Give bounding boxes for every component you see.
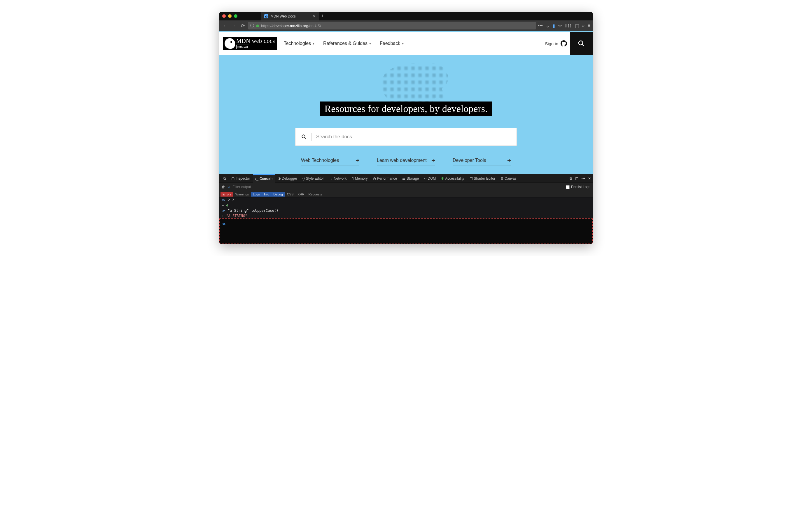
svg-point-3 <box>302 135 305 138</box>
maximize-window-button[interactable] <box>234 14 237 18</box>
persist-logs-toggle[interactable]: Persist Logs <box>566 185 590 189</box>
window-controls <box>222 14 237 18</box>
arrow-right-icon: ➔ <box>356 158 359 163</box>
devtools-tabs: ⧉ ▢Inspector›_Console◑Debugger{}Style Ed… <box>219 174 593 183</box>
devtools-tab-memory[interactable]: ▯Memory <box>349 174 370 183</box>
more-tools-icon[interactable]: ••• <box>581 176 585 181</box>
library-icon[interactable]: ⫿⫿⫿ <box>565 23 572 28</box>
output-arrow-icon: ← <box>222 214 224 218</box>
link-learn-web-dev[interactable]: Learn web development➔ <box>377 158 435 166</box>
link-web-technologies[interactable]: Web Technologies➔ <box>301 158 359 166</box>
filter-debug[interactable]: Debug <box>271 192 285 197</box>
site-header: MDN web docs moz://a Technologies▼ Refer… <box>219 32 593 55</box>
devtools-tab-dom[interactable]: ‹›DOM <box>422 174 438 183</box>
info-icon[interactable]: ⓘ <box>250 23 254 28</box>
tab-icon: ☰ <box>402 176 405 181</box>
reload-button[interactable]: ⟳ <box>239 23 246 29</box>
dock-icon[interactable]: ◫ <box>575 176 578 181</box>
logo-text-top: MDN web docs <box>236 38 275 44</box>
tab-icon: ⊞ <box>501 176 504 181</box>
console-input-line: ≫2+2 <box>219 198 593 203</box>
devtools-tab-console[interactable]: ›_Console <box>253 174 275 183</box>
main-nav: Technologies▼ References & Guides▼ Feedb… <box>284 41 404 46</box>
tab-icon: ◑ <box>278 176 280 181</box>
sidebar-icon[interactable]: ◫ <box>575 23 579 29</box>
console-filter-row: 🗑 ▽ Persist Logs <box>219 183 593 191</box>
tab-icon: ◔ <box>373 176 376 181</box>
console-output-line: ←4 <box>219 203 593 208</box>
console-input-line: ≫"a String".toUpperCase() <box>219 208 593 213</box>
filter-info[interactable]: Info <box>262 192 271 197</box>
toolbar-right-icons: ••• ⌄ ▮ ☆ ⫿⫿⫿ ◫ » ≡ <box>538 23 590 29</box>
responsive-mode-icon[interactable]: ⧉ <box>570 176 572 181</box>
minimize-window-button[interactable] <box>228 14 232 18</box>
console-input-area[interactable]: ≫ <box>219 218 593 244</box>
dino-icon <box>224 38 235 49</box>
arrow-right-icon: ➔ <box>507 158 511 163</box>
menu-icon[interactable]: ≡ <box>588 23 590 28</box>
browser-tab[interactable]: ◐ MDN Web Docs ✕ <box>261 12 319 20</box>
link-developer-tools[interactable]: Developer Tools➔ <box>453 158 511 166</box>
iframe-picker-icon[interactable]: ⧉ <box>221 174 228 183</box>
back-button[interactable]: ← <box>222 23 229 28</box>
tab-icon: ‹› <box>424 176 426 181</box>
tab-icon: ◫ <box>469 176 473 181</box>
bookmark-icon[interactable]: ☆ <box>558 23 562 29</box>
devtools-tab-shader-editor[interactable]: ◫Shader Editor <box>467 174 497 183</box>
filter-errors[interactable]: Errors <box>220 192 233 197</box>
filter-requests[interactable]: Requests <box>306 192 324 197</box>
address-bar[interactable]: ⓘ https://developer.mozilla.org/en-US/ <box>248 22 536 29</box>
output-arrow-icon: ← <box>222 203 224 207</box>
more-icon[interactable]: ••• <box>538 23 543 28</box>
devtools: ⧉ ▢Inspector›_Console◑Debugger{}Style Ed… <box>219 174 593 244</box>
input-chevron-icon: ≫ <box>222 198 226 202</box>
close-devtools-button[interactable]: ✕ <box>588 176 591 181</box>
filter-logs[interactable]: Logs <box>251 192 262 197</box>
close-tab-button[interactable]: ✕ <box>313 14 316 18</box>
hero-title: Resources for developers, by developers. <box>320 101 492 116</box>
nav-references[interactable]: References & Guides▼ <box>323 41 372 46</box>
tab-icon: ✱ <box>441 176 444 181</box>
chevron-down-icon: ▼ <box>312 42 315 45</box>
pocket-icon[interactable]: ⌄ <box>546 23 550 29</box>
prompt-icon: ≫ <box>222 222 226 226</box>
tab-icon: ▯ <box>352 176 354 181</box>
forward-button[interactable]: → <box>230 23 237 28</box>
filter-xhr[interactable]: XHR <box>295 192 306 197</box>
search-input[interactable] <box>316 134 511 140</box>
filter-warnings[interactable]: Warnings <box>233 192 251 197</box>
tab-title: MDN Web Docs <box>271 14 296 18</box>
chevron-down-icon: ▼ <box>401 42 404 45</box>
persist-logs-checkbox[interactable] <box>566 185 570 189</box>
devtools-tab-style-editor[interactable]: {}Style Editor <box>300 174 326 183</box>
devtools-tab-performance[interactable]: ◔Performance <box>371 174 400 183</box>
overflow-icon[interactable]: » <box>582 23 585 28</box>
mdn-logo[interactable]: MDN web docs moz://a <box>223 37 277 50</box>
tab-icon: {} <box>303 176 305 181</box>
devtools-tab-debugger[interactable]: ◑Debugger <box>275 174 300 183</box>
filter-input[interactable] <box>232 185 564 189</box>
open-search-button[interactable] <box>570 32 593 55</box>
trash-icon[interactable]: 🗑 <box>222 185 225 189</box>
favicon-icon: ◐ <box>264 14 268 18</box>
lock-icon <box>256 24 259 27</box>
filter-css[interactable]: CSS <box>285 192 296 197</box>
tab-icon: ›_ <box>255 177 258 181</box>
svg-point-0 <box>579 41 583 45</box>
logo-text-bottom: moz://a <box>236 45 249 49</box>
devtools-tab-accessibility[interactable]: ✱Accessibility <box>439 174 466 183</box>
devtools-tab-canvas[interactable]: ⊞Canvas <box>498 174 519 183</box>
hero: Resources for developers, by developers.… <box>219 55 593 174</box>
devtools-tab-inspector[interactable]: ▢Inspector <box>229 174 252 183</box>
extension-icon[interactable]: ▮ <box>552 23 555 29</box>
devtools-tab-network[interactable]: ↑↓Network <box>327 174 349 183</box>
devtools-tab-storage[interactable]: ☰Storage <box>400 174 421 183</box>
sign-in-link[interactable]: Sign in <box>545 40 570 47</box>
close-window-button[interactable] <box>222 14 226 18</box>
tab-icon: ▢ <box>231 176 234 181</box>
new-tab-button[interactable]: + <box>321 13 324 19</box>
nav-feedback[interactable]: Feedback▼ <box>380 41 404 46</box>
filter-icon[interactable]: ▽ <box>228 185 230 189</box>
svg-line-4 <box>304 138 306 139</box>
nav-technologies[interactable]: Technologies▼ <box>284 41 315 46</box>
